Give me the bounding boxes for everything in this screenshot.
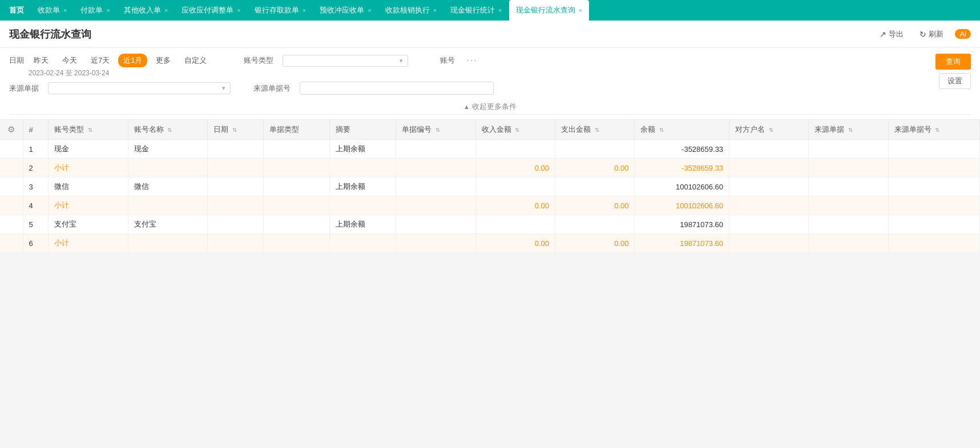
row-doc-type	[264, 140, 330, 159]
row-date	[208, 177, 264, 196]
row-doc-no	[396, 234, 475, 253]
nav-adjustment-close[interactable]: ×	[237, 7, 240, 14]
nav-item-adjustment[interactable]: 应收应付调整单 ×	[175, 0, 247, 21]
source-doc-no-label: 来源单据号	[253, 83, 291, 94]
row-settings-cell	[0, 177, 23, 196]
row-date	[208, 140, 264, 159]
nav-item-bank-deposit[interactable]: 银行存取款单 ×	[248, 0, 313, 21]
nav-item-prepay[interactable]: 预收冲应收单 ×	[313, 0, 378, 21]
row-account-name: 现金	[128, 140, 207, 159]
date-options: 昨天 今天 近7天 近1月 更多 自定义	[29, 54, 212, 67]
col-doc-no-label: 单据编号	[402, 125, 431, 134]
refresh-button[interactable]: ↻ 刷新	[915, 27, 948, 42]
collapse-label: 收起更多条件	[472, 102, 517, 112]
row-expense	[555, 215, 635, 234]
query-button[interactable]: 查询	[935, 54, 971, 70]
row-doc-type	[264, 234, 330, 253]
row-doc-type	[264, 159, 330, 177]
col-source-doc-no[interactable]: 来源单据号 ⇅	[888, 120, 979, 140]
nav-flow-query-close[interactable]: ×	[579, 7, 582, 14]
col-income-sort-icon: ⇅	[515, 127, 519, 133]
row-date	[208, 196, 264, 215]
row-source-doc	[809, 234, 888, 253]
top-navigation: 首页 收款单 × 付款单 × 其他收入单 × 应收应付调整单 × 银行存取款单 …	[0, 0, 980, 21]
col-account-name-label: 账号名称	[134, 125, 164, 134]
row-summary: 上期余额	[330, 140, 396, 159]
row-income: 0.00	[475, 234, 555, 253]
row-balance: -3528659.33	[635, 159, 729, 177]
nav-item-payment[interactable]: 付款单 ×	[74, 0, 116, 21]
col-income[interactable]: 收入金额 ⇅	[475, 120, 555, 140]
col-expense[interactable]: 支出金额 ⇅	[555, 120, 635, 140]
date-btn-custom[interactable]: 自定义	[179, 54, 212, 67]
row-counterpart	[729, 234, 809, 253]
nav-writeoff-close[interactable]: ×	[433, 7, 437, 14]
nav-bank-deposit-close[interactable]: ×	[303, 7, 306, 14]
col-settings[interactable]: ⚙	[0, 120, 23, 140]
nav-payment-close[interactable]: ×	[106, 7, 110, 14]
col-account-type-sort-icon: ⇅	[88, 127, 92, 133]
nav-writeoff-label: 收款核销执行	[385, 5, 430, 15]
row-doc-no	[396, 177, 475, 196]
row-balance: 100102606.60	[635, 196, 729, 215]
nav-item-other-income[interactable]: 其他收入单 ×	[117, 0, 175, 21]
table-row[interactable]: 4小计0.000.00100102606.60	[0, 196, 980, 215]
table-row[interactable]: 3微信微信上期余额100102606.60	[0, 177, 980, 196]
col-source-doc[interactable]: 来源单据 ⇅	[809, 120, 888, 140]
date-btn-more[interactable]: 更多	[151, 54, 176, 67]
account-more-dots[interactable]: ···	[464, 55, 479, 66]
table-row[interactable]: 2小计0.000.00-3528659.33	[0, 159, 980, 177]
source-doc-select[interactable]: ▾	[48, 82, 231, 94]
nav-home-label: 首页	[9, 5, 24, 15]
row-source-doc-no	[888, 196, 979, 215]
collapse-conditions-button[interactable]: ▲ 收起更多条件	[9, 99, 971, 115]
row-income	[475, 140, 555, 159]
col-account-type[interactable]: 账号类型 ⇅	[49, 120, 128, 140]
source-doc-no-input[interactable]	[300, 82, 494, 95]
nav-item-stats[interactable]: 现金银行统计 ×	[443, 0, 509, 21]
col-index: #	[23, 120, 49, 140]
row-source-doc-no	[888, 234, 979, 253]
row-summary	[330, 234, 396, 253]
date-btn-1month[interactable]: 近1月	[118, 54, 147, 67]
row-balance: 19871073.60	[635, 234, 729, 253]
refresh-icon: ↻	[919, 30, 926, 39]
export-icon: ↗	[880, 30, 886, 39]
row-income: 0.00	[475, 159, 555, 177]
col-source-doc-sort-icon: ⇅	[848, 127, 853, 133]
collapse-icon: ▲	[463, 103, 470, 110]
export-button[interactable]: ↗ 导出	[875, 27, 908, 42]
row-balance: -3528659.33	[635, 140, 729, 159]
settings-gear-icon[interactable]: ⚙	[7, 124, 15, 134]
account-type-select[interactable]: ▾	[283, 55, 408, 67]
ai-button[interactable]: Ai	[955, 29, 971, 39]
nav-item-home[interactable]: 首页	[2, 0, 31, 21]
table-row[interactable]: 6小计0.000.0019871073.60	[0, 234, 980, 253]
nav-prepay-close[interactable]: ×	[368, 7, 371, 14]
date-btn-today[interactable]: 今天	[57, 54, 82, 67]
col-balance[interactable]: 余额 ⇅	[635, 120, 729, 140]
row-doc-no	[396, 159, 475, 177]
settings-button[interactable]: 设置	[939, 73, 971, 89]
col-account-name[interactable]: 账号名称 ⇅	[128, 120, 207, 140]
table-header-row: ⚙ # 账号类型 ⇅ 账号名称 ⇅ 日期 ⇅ 单据类型	[0, 120, 980, 140]
nav-stats-close[interactable]: ×	[498, 7, 502, 14]
nav-other-income-close[interactable]: ×	[164, 7, 168, 14]
date-btn-7days[interactable]: 近7天	[86, 54, 115, 67]
row-index: 5	[23, 215, 49, 234]
col-doc-no[interactable]: 单据编号 ⇅	[396, 120, 475, 140]
col-date[interactable]: 日期 ⇅	[208, 120, 264, 140]
col-counterpart[interactable]: 对方户名 ⇅	[729, 120, 809, 140]
table-row[interactable]: 5支付宝支付宝上期余额19871073.60	[0, 215, 980, 234]
nav-item-flow-query[interactable]: 现金银行流水查询 ×	[509, 0, 589, 21]
nav-item-receipt[interactable]: 收款单 ×	[31, 0, 74, 21]
col-balance-label: 余额	[640, 125, 655, 134]
nav-item-writeoff[interactable]: 收款核销执行 ×	[378, 0, 443, 21]
row-index: 1	[23, 140, 49, 159]
row-source-doc	[809, 215, 888, 234]
nav-receipt-close[interactable]: ×	[63, 7, 67, 14]
table-row[interactable]: 1现金现金上期余额-3528659.33	[0, 140, 980, 159]
row-index: 3	[23, 177, 49, 196]
row-source-doc-no	[888, 159, 979, 177]
date-btn-yesterday[interactable]: 昨天	[29, 54, 54, 67]
